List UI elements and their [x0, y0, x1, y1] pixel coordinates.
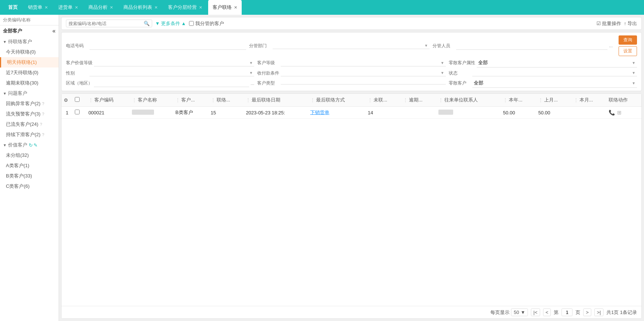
- reset-button[interactable]: 设置: [619, 46, 637, 56]
- row-checkbox[interactable]: [73, 107, 86, 119]
- sidebar-search-input[interactable]: [3, 17, 58, 23]
- col-checkbox[interactable]: [73, 94, 86, 107]
- nav-sales[interactable]: 销货单 ✕: [24, 0, 52, 15]
- more-filter-btn[interactable]: ▼ 更多条件 ▲: [155, 20, 186, 27]
- total-label: 共1页 1条记录: [606, 309, 637, 316]
- search-input[interactable]: [69, 21, 142, 26]
- filter-value-select[interactable]: ▼: [94, 60, 254, 66]
- chevron-icon: ▲: [181, 21, 186, 26]
- filter-region-input[interactable]: [94, 79, 249, 87]
- status-select-arrow-icon: ▼: [632, 71, 636, 75]
- edit-icon[interactable]: ✎: [34, 142, 38, 148]
- col-no-contact[interactable]: ⋮未联...: [365, 94, 401, 107]
- help-icon-3[interactable]: ?: [40, 122, 42, 127]
- first-page-btn[interactable]: |<: [531, 308, 540, 316]
- filter-payment-select[interactable]: ▼: [281, 70, 445, 76]
- phone-action-icon[interactable]: 📞: [609, 110, 615, 115]
- collapse-icon[interactable]: «: [52, 28, 56, 34]
- nav-customer-contact[interactable]: 客户联络 ✕: [208, 0, 242, 15]
- sidebar-item-declining[interactable]: 持续下滑客户(2) ?: [0, 130, 59, 140]
- prev-page-btn[interactable]: <: [543, 308, 551, 316]
- person-dots-icon[interactable]: ...: [609, 43, 613, 48]
- sidebar-item-b-class[interactable]: B类客户(33): [0, 171, 59, 181]
- filter-type-select[interactable]: [281, 82, 445, 84]
- row-last-method[interactable]: 下销货单: [308, 107, 365, 119]
- col-gear[interactable]: ⚙: [62, 94, 73, 107]
- close-goods-list-icon[interactable]: ✕: [154, 5, 158, 10]
- nav-goods-analysis-list[interactable]: 商品分析列表 ✕: [119, 0, 162, 15]
- next-page-btn[interactable]: >: [583, 308, 591, 316]
- filter-level-select[interactable]: ▼: [281, 60, 445, 66]
- sidebar-item-churned[interactable]: 已流失客户(24) ?: [0, 119, 59, 130]
- page-size-box[interactable]: 50 ▼: [511, 308, 528, 316]
- filter-actions: 查询 设置: [619, 35, 637, 56]
- sidebar-item-7days[interactable]: 近7天待联络(0): [0, 68, 59, 78]
- col-last-date[interactable]: ⋮最后联络日期: [244, 94, 308, 107]
- nav-goods-analysis[interactable]: 商品分析 ✕: [84, 0, 118, 15]
- arrow-icon: ▼: [3, 40, 7, 44]
- arrow-icon-2: ▼: [3, 92, 7, 96]
- col-this-year[interactable]: ⋮本年...: [501, 94, 536, 107]
- help-icon-1[interactable]: ?: [42, 101, 44, 106]
- sidebar-item-overdue[interactable]: 逾期未联络(30): [0, 78, 59, 88]
- col-type[interactable]: ⋮客户...: [173, 94, 209, 107]
- all-customers-header[interactable]: 全部客户 «: [0, 25, 59, 37]
- col-unit-contact[interactable]: ⋮往来单位联系人: [436, 94, 501, 107]
- query-button[interactable]: 查询: [619, 35, 637, 45]
- sidebar-item-churn-warning[interactable]: 流失预警客户(3) ?: [0, 109, 59, 119]
- filter-row-3: 性别 ▼ 收付款条件 ▼ 状态: [66, 70, 637, 76]
- sidebar-group-problem[interactable]: ▼ 问题客户: [0, 88, 59, 99]
- row-check[interactable]: [75, 110, 80, 114]
- col-this-month[interactable]: ⋮本月...: [571, 94, 607, 107]
- col-overdue[interactable]: ⋮逾期...: [401, 94, 436, 107]
- close-sales-icon[interactable]: ✕: [45, 5, 48, 10]
- region-dots-icon[interactable]: ...: [251, 81, 254, 86]
- filter-retail-select[interactable]: 全部 ▼: [477, 58, 637, 68]
- filter-person-input[interactable]: [456, 42, 608, 50]
- nav-customer-tier[interactable]: 客户分层经营 ✕: [164, 0, 207, 15]
- content-area: 🔍 ▼ 更多条件 ▲ 我分管的客户 ☑ 批量操作 ↑ 导出: [59, 15, 644, 321]
- grid-action-icon[interactable]: ⊞: [617, 110, 622, 115]
- close-customer-contact-icon[interactable]: ✕: [234, 5, 237, 10]
- help-icon-4[interactable]: ?: [42, 132, 44, 137]
- filter-status-select[interactable]: ▼: [472, 70, 637, 76]
- close-customer-tier-icon[interactable]: ✕: [199, 5, 202, 10]
- col-contact-count[interactable]: ⋮联络...: [209, 94, 244, 107]
- filter-gender: 性别 ▼: [66, 70, 254, 76]
- sidebar-group-pending[interactable]: ▼ 待联络客户: [0, 37, 59, 47]
- sidebar-item-ungrouped[interactable]: 未分组(32): [0, 150, 59, 160]
- nav-purchase[interactable]: 进货单 ✕: [54, 0, 83, 15]
- row-name[interactable]: [130, 107, 173, 119]
- page-input[interactable]: [561, 308, 573, 316]
- close-goods-analysis-icon[interactable]: ✕: [110, 5, 113, 10]
- sidebar-item-tomorrow[interactable]: 明天待联络(1): [0, 57, 59, 68]
- search-bar-right: ☑ 批量操作 ↑ 导出: [596, 20, 637, 27]
- col-last-method[interactable]: ⋮最后联络方式: [308, 94, 365, 107]
- sidebar-item-c-class[interactable]: C类客户(6): [0, 181, 59, 191]
- col-last-month[interactable]: ⋮上月...: [536, 94, 571, 107]
- last-page-btn[interactable]: >|: [594, 308, 603, 316]
- my-customer-checkbox[interactable]: [189, 21, 194, 26]
- filter-row-4: 区域（地区） ... 客户类型 零散客户 全部 ▼: [66, 79, 637, 88]
- help-icon-2[interactable]: ?: [42, 112, 44, 116]
- row-last-month: 50.00: [536, 107, 571, 119]
- filter-retail-cust-select[interactable]: 全部 ▼: [472, 79, 637, 88]
- sidebar-item-repurchase[interactable]: 回购异常客户(2) ?: [0, 99, 59, 109]
- sidebar-item-today[interactable]: 今天待联络(0): [0, 47, 59, 57]
- export-btn[interactable]: ↑ 导出: [624, 20, 637, 27]
- refresh-icon[interactable]: ↻: [29, 142, 33, 148]
- filter-gender-select[interactable]: ▼: [90, 70, 254, 76]
- nav-home[interactable]: 首页: [4, 0, 22, 15]
- filter-customer-value: 客户价值等级 ▼: [66, 60, 254, 66]
- filter-phone-input[interactable]: [90, 42, 246, 50]
- close-purchase-icon[interactable]: ✕: [75, 5, 78, 10]
- col-name[interactable]: ⋮客户名称: [130, 94, 173, 107]
- filter-dept-select[interactable]: ▼: [273, 42, 429, 49]
- col-code[interactable]: ⋮客户编码: [86, 94, 130, 107]
- value-select-arrow-icon: ▼: [249, 61, 253, 65]
- sidebar-group-value[interactable]: ▼ 价值客户 ↻ ✎: [0, 140, 59, 150]
- select-all-checkbox[interactable]: [75, 97, 80, 102]
- sidebar-item-a-class[interactable]: A类客户(1): [0, 160, 59, 171]
- batch-op-btn[interactable]: ☑ 批量操作: [596, 20, 621, 27]
- search-icon[interactable]: 🔍: [144, 21, 150, 26]
